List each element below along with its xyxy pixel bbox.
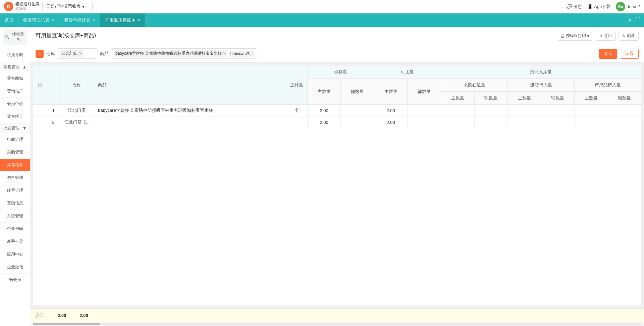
th-available-group: 可用量 [374,65,441,79]
column-settings-icon[interactable]: ⚙ [38,82,42,88]
th-unit: 主计量 [286,65,307,105]
sidebar-item-label: 企业协同 [7,226,23,232]
sidebar-item-member[interactable]: 会员中心 [0,98,30,110]
filter-expand-btn[interactable]: » [36,50,44,58]
brand-name: 畅捷通好生意 [15,2,40,6]
cell-pending-main [508,105,541,117]
cell-settings [33,105,47,117]
table-row: 2 江北门店【... 2.00 2.00 [33,117,641,128]
quick-nav-btn[interactable]: 快捷导航 [0,50,30,60]
search-menu-btn[interactable]: 🔍 搜索菜单 [3,30,27,45]
sidebar-item-label: 会员中心 [7,101,23,107]
scrollbar-thumb[interactable] [33,323,100,325]
user-menu[interactable]: Ea demo2 [616,2,640,11]
cell-goods [94,117,286,128]
tab-home-label: 首页 [5,17,13,23]
sidebar-item-retail-mall[interactable]: 零售商城 [0,72,30,85]
sidebar-item-enterprise-wechat[interactable]: 企业微信 [0,261,30,274]
filter-more-icon[interactable]: ··· [85,51,88,56]
cell-stock-main: 2.00 [307,105,341,117]
sidebar-item-label: 库存核算 [7,162,23,168]
app-download-btn[interactable]: 📱 App下载 [587,4,610,10]
tab-home[interactable]: 首页 [0,13,18,27]
tab-stock-close[interactable]: ✕ [138,18,141,22]
th-no [47,65,60,105]
sidebar-item-operations[interactable]: 经营管理 [0,184,30,197]
tab-income-close[interactable]: ✕ [51,18,54,22]
sidebar-item-vip-member[interactable]: 畅会员 [0,274,30,286]
cell-avail-main: 2.00 [374,105,408,117]
th-stock-aux: 辅数量 [341,79,374,105]
message-btn[interactable]: 💬 消息 [567,4,582,10]
tab-income-summary[interactable]: 收发存汇总表 ✕ [18,13,59,27]
sidebar-item-system[interactable]: 系统管理 [0,210,30,223]
industry-selector[interactable]: 母婴行业演示账套 ▾ [42,2,93,11]
th-current-stock-group: 现存量 [307,65,374,79]
sidebar-item-label: 畅会员 [9,277,21,283]
th-avail-aux: 辅数量 [408,79,441,105]
table-row: 1 江北门店 babycare学饮杯 儿童防摔防撞吸管杯重力球吸嘴杯宝宝水杯 个… [33,105,641,117]
cell-goods: babycare学饮杯 儿童防摔防撞吸管杯重力球吸嘴杯宝宝水杯 [94,105,286,117]
message-icon: 💬 [567,4,572,9]
th-purchase-main: 主数量 [441,92,474,105]
cell-purchase-aux [474,117,508,128]
query-btn[interactable]: 查询 [599,49,617,59]
sidebar-item-label: 营销推广 [7,88,23,94]
sidebar-item-label: 经营管理 [7,188,23,193]
total-avail-main: 2.00 [79,313,88,318]
data-table-wrapper: ⚙ 仓库 商品 主计量 现存量 可用量 预计入库量 主数量 辅数量 主数量 [33,65,641,306]
sidebar-item-stock[interactable]: 库存核算 [0,159,30,172]
sidebar-item-purchase[interactable]: 采购管理 [0,146,30,159]
brand-info: 畅捷通好生意 标准版 [15,2,40,11]
goods-input[interactable]: babycare学饮杯 儿童防摔防撞吸管杯重力球吸嘴杯宝宝水杯 ✕ babyca… [111,48,257,59]
sidebar-item-wholesale-mgmt[interactable]: 批发管理 ▼ [0,123,30,133]
cell-purchase-main [441,117,474,128]
sidebar-item-basic-info[interactable]: 基础信息 [0,197,30,210]
goods-tag-1-close[interactable]: ✕ [223,51,226,56]
settings-btn[interactable]: 设置 [620,49,639,59]
sidebar-item-retail-mgmt[interactable]: 零售管理 ▲ [0,62,30,72]
sidebar-item-newbie[interactable]: 新手引导 [0,235,30,248]
cell-no: 2 [47,117,60,128]
tab-order-stats[interactable]: 要货单统计表 ✕ [59,13,100,27]
th-stock-main: 主数量 [307,79,341,105]
sidebar-item-ecommerce[interactable]: 电商管理 [0,133,30,146]
refresh-btn[interactable]: ↻ 刷新 [619,31,639,41]
th-pending-aux: 辅数量 [541,92,575,105]
sidebar-item-enterprise[interactable]: 企业协同 [0,223,30,235]
export-icon: ⬆ [599,34,603,38]
tab-order-close[interactable]: ✕ [92,18,95,22]
tab-close-all[interactable]: ✕ [628,17,632,24]
warehouse-tag: 江北门店 ✕ [60,50,84,57]
sidebar-item-app-center[interactable]: 应用中心 [0,248,30,261]
refresh-icon: ↻ [622,34,626,38]
top-bar-right: 💬 消息 📱 App下载 Ea demo2 [567,2,640,11]
tab-available-stock[interactable]: 可用量库存账本 ✕ [100,13,146,27]
tab-maximize[interactable]: ⛶ [635,17,641,23]
cell-stock-aux [341,117,374,128]
cell-avail-main: 2.00 [374,117,408,128]
warehouse-input[interactable]: 江北门店 ✕ ··· [57,48,97,59]
data-table: ⚙ 仓库 商品 主计量 现存量 可用量 预计入库量 主数量 辅数量 主数量 [33,65,641,128]
scrollbar-track[interactable] [33,323,641,325]
sidebar-item-label: 基础信息 [7,200,23,206]
sidebar-item-label: 电商管理 [7,137,23,142]
th-pending-main: 主数量 [508,92,541,105]
th-product-main: 主数量 [575,92,608,105]
cell-purchase-aux [474,105,508,117]
scrollbar-area [30,322,644,326]
goods-label: 商品 [100,51,109,57]
sidebar-item-retail-stats[interactable]: 零售统计 [0,110,30,123]
th-purchase-aux: 辅数量 [474,92,508,105]
chevron-down-icon: ▾ [82,4,85,9]
page-header: 可用量查询(按仓库+商品) 🖨 按模板打印 ▾ ⬆ 导出 ↻ 刷新 [30,27,644,45]
cell-unit [286,117,307,128]
export-btn[interactable]: ⬆ 导出 [596,31,616,41]
logo-icon: 好 [4,2,13,11]
filter-area: » 仓库 江北门店 ✕ ··· 商品 babycare学饮杯 儿童防摔防撞吸管杯… [30,45,644,62]
sidebar-item-marketing[interactable]: 营销推广 [0,85,30,98]
print-btn[interactable]: 🖨 按模板打印 ▾ [557,31,593,41]
search-icon: 🔍 [5,35,10,40]
warehouse-tag-close[interactable]: ✕ [79,51,82,56]
sidebar-item-finance[interactable]: 资金管理 [0,172,30,184]
